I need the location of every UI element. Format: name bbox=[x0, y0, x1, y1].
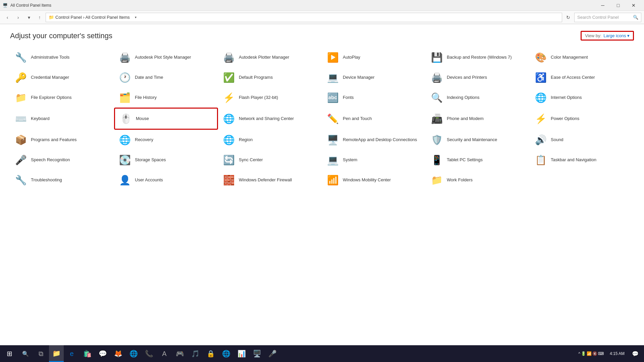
item-label-network: Network and Sharing Center bbox=[239, 116, 294, 122]
edge-browser-taskbar[interactable]: e bbox=[64, 345, 79, 362]
chrome-taskbar[interactable]: 🌐 bbox=[126, 345, 141, 362]
item-recovery[interactable]: 🌐Recovery bbox=[114, 130, 218, 150]
security-taskbar[interactable]: 🔒 bbox=[203, 345, 218, 362]
item-storage[interactable]: 💽Storage Spaces bbox=[114, 150, 218, 170]
item-label-taskbar-nav: Taskbar and Navigation bbox=[551, 157, 596, 163]
start-button[interactable]: ⊞ bbox=[1, 345, 17, 362]
expand-tray[interactable]: ^ bbox=[578, 351, 580, 356]
view-by-selector[interactable]: View by: Large icons ▾ bbox=[581, 31, 634, 41]
search-box[interactable]: Search Control Panel 🔍 bbox=[574, 13, 641, 22]
item-icon-fonts: 🔤 bbox=[326, 91, 339, 104]
item-taskbar-nav[interactable]: 📋Taskbar and Navigation bbox=[530, 150, 634, 170]
item-wmob[interactable]: 📶Windows Mobility Center bbox=[322, 170, 426, 190]
back-button[interactable]: ‹ bbox=[3, 13, 12, 22]
skype-taskbar[interactable]: 📞 bbox=[142, 345, 156, 362]
item-label-default-prog: Default Programs bbox=[239, 75, 273, 80]
item-wdf[interactable]: 🧱Windows Defender Firewall bbox=[218, 170, 322, 190]
item-phone-modem[interactable]: 📠Phone and Modem bbox=[426, 108, 530, 130]
item-file-history[interactable]: 🗂️File History bbox=[114, 87, 218, 108]
notification-center[interactable]: 💬 bbox=[628, 345, 643, 362]
item-sound[interactable]: 🔊Sound bbox=[530, 130, 634, 150]
taskbar-clock[interactable]: 4:15 AM bbox=[607, 351, 627, 356]
item-flash-player[interactable]: ⚡Flash Player (32-bit) bbox=[218, 87, 322, 108]
item-icon-ease-access: ♿ bbox=[534, 71, 547, 84]
mic-taskbar[interactable]: 🎤 bbox=[265, 345, 280, 362]
item-icon-color-mgmt: 🎨 bbox=[534, 51, 547, 64]
item-icon-wmob: 📶 bbox=[326, 173, 339, 187]
title-bar-controls: ─ □ ✕ bbox=[595, 0, 641, 11]
item-tablet[interactable]: 📱Tablet PC Settings bbox=[426, 150, 530, 170]
item-mouse[interactable]: 🖱️Mouse bbox=[114, 108, 218, 130]
item-fonts[interactable]: 🔤Fonts bbox=[322, 87, 426, 108]
item-icon-autoplay: ▶️ bbox=[326, 51, 339, 64]
browser2-taskbar[interactable]: 🌐 bbox=[219, 345, 233, 362]
store-taskbar[interactable]: 🛍️ bbox=[80, 345, 95, 362]
item-icon-work-folders: 📁 bbox=[430, 173, 443, 187]
maximize-button[interactable]: □ bbox=[610, 0, 626, 11]
refresh-button[interactable]: ↻ bbox=[564, 13, 573, 22]
up-button[interactable]: ↑ bbox=[35, 13, 44, 22]
item-color-mgmt[interactable]: 🎨Color Management bbox=[530, 47, 634, 67]
item-icon-date-time: 🕐 bbox=[118, 71, 131, 84]
item-backup-restore[interactable]: 💾Backup and Restore (Windows 7) bbox=[426, 47, 530, 67]
minimize-button[interactable]: ─ bbox=[595, 0, 610, 11]
item-troubleshoot[interactable]: 🔧Troubleshooting bbox=[10, 170, 114, 190]
title-bar-left: 🖥️ All Control Panel Items bbox=[3, 3, 51, 8]
item-work-folders[interactable]: 📁Work Folders bbox=[426, 170, 530, 190]
file-explorer-taskbar[interactable]: 📁 bbox=[49, 345, 64, 362]
item-remote[interactable]: 🖥️RemoteApp and Desktop Connections bbox=[322, 130, 426, 150]
media-taskbar[interactable]: 🎵 bbox=[188, 345, 203, 362]
item-network[interactable]: 🌐Network and Sharing Center bbox=[218, 108, 322, 130]
item-pen-touch[interactable]: ✏️Pen and Touch bbox=[322, 108, 426, 130]
item-internet[interactable]: 🌐Internet Options bbox=[530, 87, 634, 108]
item-programs[interactable]: 📦Programs and Features bbox=[10, 130, 114, 150]
item-credential[interactable]: 🔑Credential Manager bbox=[10, 67, 114, 87]
firefox-taskbar[interactable]: 🦊 bbox=[111, 345, 125, 362]
item-label-backup-restore: Backup and Restore (Windows 7) bbox=[447, 55, 512, 60]
item-admin-tools[interactable]: 🔧Administrative Tools bbox=[10, 47, 114, 67]
item-label-keyboard: Keyboard bbox=[31, 116, 50, 122]
item-autodesk-plot[interactable]: 🖨️Autodesk Plot Style Manager bbox=[114, 47, 218, 67]
address-path[interactable]: 📁 Control Panel › All Control Panel Item… bbox=[46, 13, 562, 22]
forward-button[interactable]: › bbox=[13, 13, 23, 22]
item-label-system: System bbox=[343, 157, 357, 163]
item-security[interactable]: 🛡️Security and Maintenance bbox=[426, 130, 530, 150]
item-date-time[interactable]: 🕐Date and Time bbox=[114, 67, 218, 87]
tray-icon3: 🔇 bbox=[592, 351, 597, 356]
item-power[interactable]: ⚡Power Options bbox=[530, 108, 634, 130]
taskbar: ⊞ 🔍 ⧉ 📁 e 🛍️ 💬 🦊 🌐 📞 A 🎮 🎵 🔒 🌐 📊 🖥️ 🎤 ^ … bbox=[0, 345, 644, 362]
adobe-taskbar[interactable]: A bbox=[157, 345, 172, 362]
whatsapp-taskbar[interactable]: 💬 bbox=[95, 345, 110, 362]
item-autoplay[interactable]: ▶️AutoPlay bbox=[322, 47, 426, 67]
item-region[interactable]: 🌐Region bbox=[218, 130, 322, 150]
item-system[interactable]: 💻System bbox=[322, 150, 426, 170]
item-label-flash-player: Flash Player (32-bit) bbox=[239, 95, 278, 101]
item-ease-access[interactable]: ♿Ease of Access Center bbox=[530, 67, 634, 87]
game-taskbar[interactable]: 🎮 bbox=[172, 345, 187, 362]
item-label-autodesk-plotter: Autodesk Plotter Manager bbox=[239, 55, 289, 60]
item-label-credential: Credential Manager bbox=[31, 75, 69, 80]
recent-button[interactable]: ▾ bbox=[24, 13, 34, 22]
item-user-accounts[interactable]: 👤User Accounts bbox=[114, 170, 218, 190]
task-view-button[interactable]: ⧉ bbox=[34, 345, 48, 362]
item-label-fonts: Fonts bbox=[343, 95, 354, 101]
item-default-prog[interactable]: ✅Default Programs bbox=[218, 67, 322, 87]
item-label-mouse: Mouse bbox=[136, 116, 149, 122]
item-file-explorer[interactable]: 📁File Explorer Options bbox=[10, 87, 114, 108]
item-sync[interactable]: 🔄Sync Center bbox=[218, 150, 322, 170]
item-autodesk-plotter[interactable]: 🖨️Autodesk Plotter Manager bbox=[218, 47, 322, 67]
item-icon-system: 💻 bbox=[326, 153, 339, 167]
item-label-recovery: Recovery bbox=[135, 137, 153, 143]
item-keyboard[interactable]: ⌨️Keyboard bbox=[10, 108, 114, 130]
item-speech[interactable]: 🎤Speech Recognition bbox=[10, 150, 114, 170]
settings-taskbar[interactable]: 🖥️ bbox=[250, 345, 264, 362]
address-dropdown[interactable]: ▾ bbox=[131, 13, 141, 22]
apps-taskbar[interactable]: 📊 bbox=[234, 345, 249, 362]
item-icon-sound: 🔊 bbox=[534, 133, 547, 146]
item-indexing[interactable]: 🔍Indexing Options bbox=[426, 87, 530, 108]
close-button[interactable]: ✕ bbox=[626, 0, 641, 11]
item-device-mgr[interactable]: 💻Device Manager bbox=[322, 67, 426, 87]
item-devices-printers[interactable]: 🖨️Devices and Printers bbox=[426, 67, 530, 87]
taskbar-search[interactable]: 🔍 bbox=[18, 345, 33, 362]
item-icon-indexing: 🔍 bbox=[430, 91, 443, 104]
